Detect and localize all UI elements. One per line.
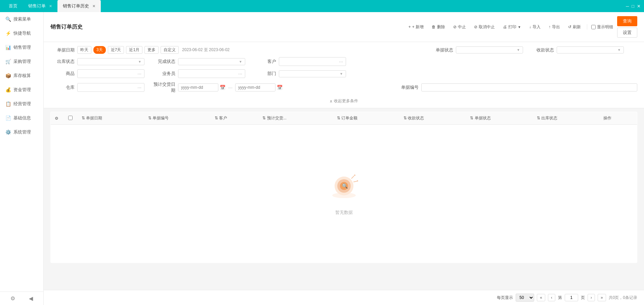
display-detail-toggle[interactable]: 显示明细 xyxy=(591,24,613,30)
doc-icon: 📄 xyxy=(5,115,11,121)
warehouse-control: ··· xyxy=(77,83,151,92)
settings-button[interactable]: 设置 xyxy=(617,28,637,38)
date-1month-btn[interactable]: 近1月 xyxy=(126,46,142,54)
date-more-btn[interactable]: 更多 xyxy=(144,46,159,54)
bill-no-control xyxy=(421,83,638,91)
export-btn[interactable]: ↑ 导出 xyxy=(547,23,562,31)
prev-page-btn[interactable]: ‹ xyxy=(548,294,555,301)
bill-no-input[interactable] xyxy=(421,83,638,91)
sidebar-item-label: 系统管理 xyxy=(13,129,31,135)
expected-date-from-input[interactable] xyxy=(178,83,218,91)
sidebar-settings-icon[interactable]: ⚙ xyxy=(10,295,15,302)
svg-text:🔍: 🔍 xyxy=(342,183,348,189)
sidebar-item-sys-mgmt[interactable]: ⚙️ 系统管理 xyxy=(0,125,43,139)
stop-btn[interactable]: ⊘ 中止 xyxy=(451,23,468,31)
customer-dots-btn[interactable]: ··· xyxy=(339,59,343,64)
sidebar-item-quick-nav[interactable]: ⚡ 快捷导航 xyxy=(0,26,43,40)
sidebar-item-purchase-mgmt[interactable]: 🛒 采购管理 xyxy=(0,54,43,69)
last-page-btn[interactable]: » xyxy=(598,294,606,301)
select-all-checkbox[interactable] xyxy=(68,116,73,120)
query-button[interactable]: 查询 xyxy=(617,16,637,26)
maximize-btn[interactable]: □ xyxy=(632,4,634,9)
salesperson-dots-btn[interactable]: ··· xyxy=(238,71,242,76)
filter-row-4: 仓库 ··· 预计交货日期 📅 — 📅 单据编号 xyxy=(50,81,637,93)
th-settings[interactable]: ⚙ xyxy=(51,112,64,125)
warehouse-status-control: ▼ xyxy=(77,58,151,65)
tab-sales-order[interactable]: 销售订单 ✕ xyxy=(23,0,57,12)
payment-status-control[interactable]: ▼ xyxy=(557,46,637,53)
import-btn[interactable]: ↓ 导入 xyxy=(527,23,543,31)
warehouse-select[interactable]: ··· xyxy=(77,83,144,92)
date-custom-btn[interactable]: 自定义 xyxy=(161,46,179,54)
date-range-display: 2023-06-02 至 2023-06-02 xyxy=(182,47,229,53)
stop-icon: ⊘ xyxy=(453,25,457,29)
calendar-to-icon[interactable]: 📅 xyxy=(277,85,283,90)
filter-row-3: 商品 ··· 业务员 ··· 部门 xyxy=(50,69,637,78)
date-7days-btn[interactable]: 近7天 xyxy=(108,46,124,54)
bill-status-label: 单据状态 xyxy=(429,47,456,53)
tab-sales-order-history[interactable]: 销售订单历史 ✕ xyxy=(57,0,101,12)
first-page-btn[interactable]: « xyxy=(537,294,545,301)
close-window-btn[interactable]: ✕ xyxy=(637,4,641,9)
next-page-btn[interactable]: › xyxy=(588,294,595,301)
salesperson-select[interactable]: ··· xyxy=(178,69,245,78)
content-area: 销售订单历史 + + 新增 🗑 删除 ⊘ 中止 ⊘ 取消中止 xyxy=(44,12,644,305)
th-order-amount[interactable]: ⇅ 订单金额 xyxy=(333,112,399,125)
complete-status-select[interactable]: ▼ xyxy=(178,58,245,65)
sidebar-item-ops-mgmt[interactable]: 📋 经营管理 xyxy=(0,97,43,111)
bill-status-control[interactable]: ▼ xyxy=(456,46,530,53)
collapse-row[interactable]: ∧ 收起更多条件 xyxy=(50,97,637,104)
goods-select[interactable]: ··· xyxy=(77,69,144,78)
date-yesterday-btn[interactable]: 昨天 xyxy=(77,46,91,54)
tab-home[interactable]: 首页 xyxy=(3,0,23,12)
page-number-input[interactable] xyxy=(565,294,578,301)
th-customer[interactable]: ⇅ 客户 xyxy=(211,112,258,125)
print-btn[interactable]: 🖨 打印 ▼ xyxy=(501,23,523,31)
date-3days-btn[interactable]: 3天 xyxy=(93,46,106,54)
page-label: 第 xyxy=(558,295,562,301)
display-detail-checkbox[interactable] xyxy=(591,25,596,29)
chevron-down-icon: ▼ xyxy=(340,72,343,76)
sidebar-item-basic-info[interactable]: 📄 基础信息 xyxy=(0,111,43,125)
sidebar-collapse-icon[interactable]: ◀ xyxy=(29,295,33,302)
warehouse-status-select[interactable]: ▼ xyxy=(77,58,144,65)
svg-point-8 xyxy=(357,180,358,182)
dept-select[interactable]: ▼ xyxy=(279,70,346,77)
bill-no-label: 单据编号 xyxy=(394,84,421,90)
chevron-down-icon: ▼ xyxy=(138,60,141,64)
sidebar-item-label: 销售管理 xyxy=(13,44,31,50)
refresh-btn[interactable]: ↺ 刷新 xyxy=(566,23,583,31)
cancel-stop-btn[interactable]: ⊘ 取消中止 xyxy=(472,23,497,31)
warehouse-dots-btn[interactable]: ··· xyxy=(137,85,141,90)
minimize-btn[interactable]: ─ xyxy=(626,4,629,9)
th-payment-status[interactable]: ⇅ 收款状态 xyxy=(399,112,466,125)
bill-status-select[interactable]: ▼ xyxy=(456,46,523,53)
th-bill-no[interactable]: ⇅ 单据编号 xyxy=(144,112,211,125)
cart-icon: 🛒 xyxy=(5,59,11,64)
th-checkbox[interactable] xyxy=(64,112,78,125)
th-expected-delivery[interactable]: ⇅ 预计交货... xyxy=(258,112,333,125)
calendar-from-icon[interactable]: 📅 xyxy=(220,85,225,90)
chevron-up-icon: ∧ xyxy=(330,99,333,104)
delete-btn[interactable]: 🗑 删除 xyxy=(430,23,447,31)
th-bill-date[interactable]: ⇅ 单据日期 xyxy=(78,112,144,125)
sidebar-item-label: 资金管理 xyxy=(13,87,31,93)
customer-select[interactable]: ··· xyxy=(279,57,346,66)
sidebar-item-finance-mgmt[interactable]: 💰 资金管理 xyxy=(0,83,43,97)
th-bill-status[interactable]: ⇅ 单据状态 xyxy=(466,112,532,125)
th-warehouse-status[interactable]: ⇅ 出库状态 xyxy=(533,112,599,125)
payment-status-select[interactable]: ▼ xyxy=(557,46,624,53)
settings-icon[interactable]: ⚙ xyxy=(55,116,58,121)
per-page-select[interactable]: 10 20 50 100 xyxy=(516,294,534,302)
th-actions: 操作 xyxy=(599,112,637,125)
sidebar-item-inventory[interactable]: 📦 库存核算 xyxy=(0,69,43,83)
expected-date-to-input[interactable] xyxy=(235,83,275,91)
sidebar-item-label: 搜索菜单 xyxy=(13,16,31,22)
sidebar-item-sales-mgmt[interactable]: 📊 销售管理 xyxy=(0,40,43,54)
close-sales-order-history-tab[interactable]: ✕ xyxy=(92,4,95,8)
new-btn[interactable]: + + 新增 xyxy=(406,23,426,31)
goods-dots-btn[interactable]: ··· xyxy=(137,71,141,76)
empty-illustration: 🔍 xyxy=(327,172,361,205)
close-sales-order-tab[interactable]: ✕ xyxy=(49,4,52,8)
sidebar-item-search-menu[interactable]: 🔍 搜索菜单 xyxy=(0,12,43,26)
